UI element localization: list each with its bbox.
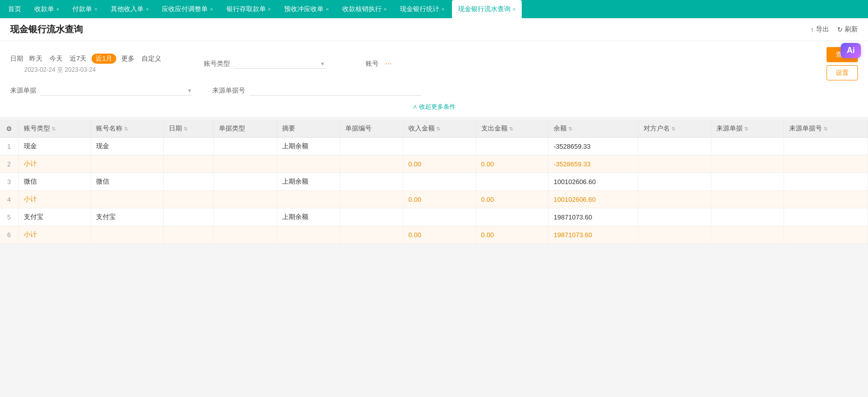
cell-source-doc (711, 138, 784, 155)
col-account-name[interactable]: 账号名称⇅ (91, 120, 164, 138)
table-header: ⚙ 账号类型⇅ 账号名称⇅ 日期⇅ 单据类型 摘要 单据编号 收入金额⇅ 支出金… (0, 120, 868, 138)
collapse-bar[interactable]: ∧ 收起更多条件 (10, 101, 858, 113)
cell-balance: -3528659.33 (549, 138, 638, 155)
nav-tab-cash-bank-stat[interactable]: 现金银行统计 × (394, 0, 450, 18)
date-label: 日期 (10, 54, 23, 63)
cell-balance: -3528659.33 (549, 155, 638, 173)
shortcut-yesterday[interactable]: 昨天 (27, 54, 44, 64)
refresh-icon: ↻ (837, 26, 843, 33)
col-counterpart[interactable]: 对方户名⇅ (638, 120, 711, 138)
filter-row-2: 来源单据 来源单据号 (10, 85, 858, 96)
ai-badge[interactable]: Ai (841, 43, 861, 58)
nav-tab-ar-ap-adjust-close[interactable]: × (210, 6, 213, 12)
export-button[interactable]: ↑ 导出 (811, 25, 830, 34)
row-num: 3 (0, 173, 18, 191)
nav-tab-payment-close[interactable]: × (94, 6, 97, 12)
export-icon: ↑ (811, 26, 814, 33)
account-type-select[interactable] (234, 59, 325, 69)
col-income[interactable]: 收入金额⇅ (403, 120, 476, 138)
nav-tab-prepaid-close[interactable]: × (326, 6, 329, 12)
col-gear[interactable]: ⚙ (0, 120, 18, 138)
nav-tab-cash-bank-stat-label: 现金银行统计 (400, 5, 439, 14)
settings-button[interactable]: 设置 (827, 65, 858, 80)
row-num: 4 (0, 191, 18, 208)
col-source-doc[interactable]: 来源单据⇅ (711, 120, 784, 138)
nav-tab-receipt-close[interactable]: × (56, 6, 59, 12)
nav-tab-bank-deposit[interactable]: 银行存取款单 × (220, 0, 277, 18)
top-nav: 首页 收款单 × 付款单 × 其他收入单 × 应收应付调整单 × 银行存取款单 … (0, 0, 868, 18)
source-doc-num-label: 来源单据号 (212, 86, 245, 95)
col-summary[interactable]: 摘要 (277, 120, 340, 138)
account-type-label: 账号类型 (204, 59, 230, 68)
col-balance[interactable]: 余额⇅ (549, 120, 638, 138)
cell-counterpart (638, 208, 711, 226)
shortcut-1month[interactable]: 近1月 (92, 54, 116, 64)
account-label: 账号 (366, 59, 379, 68)
shortcut-7days[interactable]: 近7天 (68, 54, 88, 64)
cell-date (163, 138, 213, 155)
nav-tab-receipt-writeoff-close[interactable]: × (384, 6, 387, 12)
cell-source-doc (711, 155, 784, 173)
date-shortcuts: 昨天 今天 近7天 近1月 更多 自定义 (27, 54, 163, 64)
source-doc-select[interactable] (40, 85, 192, 96)
cell-account-name: 微信 (91, 173, 164, 191)
account-dots[interactable]: ··· (385, 59, 391, 68)
shortcut-today[interactable]: 今天 (48, 54, 65, 64)
col-account-type[interactable]: 账号类型⇅ (18, 120, 91, 138)
refresh-button[interactable]: ↻ 刷新 (837, 25, 858, 34)
nav-tab-receipt-writeoff-label: 收款核销执行 (342, 5, 382, 14)
cell-source-doc (711, 191, 784, 208)
nav-tab-other-income-close[interactable]: × (146, 6, 149, 12)
source-doc-select-wrap (40, 85, 192, 96)
export-label: 导出 (816, 25, 829, 34)
nav-tab-ar-ap-adjust[interactable]: 应收应付调整单 × (156, 0, 219, 18)
table-container: ⚙ 账号类型⇅ 账号名称⇅ 日期⇅ 单据类型 摘要 单据编号 收入金额⇅ 支出金… (0, 120, 868, 244)
shortcut-more[interactable]: 更多 (119, 54, 136, 64)
nav-tab-receipt[interactable]: 收款单 × (28, 0, 65, 18)
col-doc-no[interactable]: 单据编号 (340, 120, 403, 138)
cell-expense: 0.00 (476, 155, 549, 173)
nav-tab-other-income[interactable]: 其他收入单 × (105, 0, 155, 18)
cell-source-doc-no (784, 191, 867, 208)
cell-summary: 上期余额 (277, 138, 340, 155)
source-doc-filter: 来源单据 (10, 85, 192, 96)
nav-tab-payment[interactable]: 付款单 × (66, 0, 103, 18)
nav-tab-home[interactable]: 首页 (2, 0, 27, 18)
cell-account-name (91, 155, 164, 173)
col-expense[interactable]: 支出金额⇅ (476, 120, 549, 138)
source-doc-num-input[interactable] (249, 85, 421, 96)
shortcut-custom[interactable]: 自定义 (140, 54, 163, 64)
cell-balance: 19871073.60 (549, 208, 638, 226)
cell-summary: 上期余额 (277, 208, 340, 226)
cell-date (163, 226, 213, 244)
cell-income (403, 208, 476, 226)
cell-balance: 100102606.60 (549, 191, 638, 208)
cell-source-doc-no (784, 208, 867, 226)
col-doc-type[interactable]: 单据类型 (214, 120, 277, 138)
source-doc-label: 来源单据 (10, 86, 36, 95)
nav-tab-cash-bank-stat-close[interactable]: × (441, 6, 444, 12)
cell-expense: 0.00 (476, 191, 549, 208)
cell-account-type: 小计 (18, 226, 91, 244)
cell-summary (277, 191, 340, 208)
col-source-doc-no[interactable]: 来源单据号⇅ (784, 120, 867, 138)
cell-doc-type (214, 226, 277, 244)
cell-balance: 100102606.60 (549, 173, 638, 191)
filter-row-1: 日期 昨天 今天 近7天 近1月 更多 自定义 2023-02-24 至 202… (10, 47, 858, 80)
col-date[interactable]: 日期⇅ (163, 120, 213, 138)
cell-doc-no (340, 226, 403, 244)
nav-tab-cash-bank-query[interactable]: 现金银行流水查询 × (452, 0, 522, 18)
cell-doc-no (340, 155, 403, 173)
page-header: 现金银行流水查询 ↑ 导出 ↻ 刷新 (0, 18, 868, 41)
cell-doc-type (214, 208, 277, 226)
nav-tab-prepaid[interactable]: 预收冲应收单 × (278, 0, 335, 18)
nav-tab-receipt-writeoff[interactable]: 收款核销执行 × (336, 0, 393, 18)
table-row: 1现金现金上期余额-3528659.33 (0, 138, 868, 155)
cell-account-name: 现金 (91, 138, 164, 155)
nav-tab-cash-bank-query-close[interactable]: × (513, 6, 516, 12)
nav-tab-bank-deposit-close[interactable]: × (268, 6, 271, 12)
table-row: 6小计0.000.0019871073.60 (0, 226, 868, 244)
cell-balance: 19871073.60 (549, 226, 638, 244)
collapse-label: ∧ 收起更多条件 (413, 103, 455, 110)
date-range-display: 2023-02-24 至 2023-03-24 (24, 66, 163, 74)
